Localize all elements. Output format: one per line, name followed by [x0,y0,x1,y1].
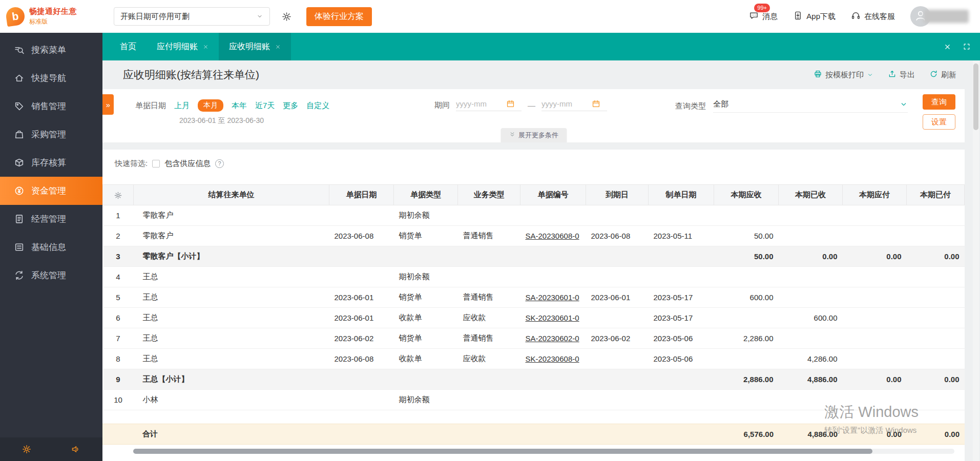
column-settings-icon[interactable] [114,191,122,200]
sidebar-item-base[interactable]: 基础信息 [0,233,102,261]
sidebar-item-funds[interactable]: 资金管理 [0,177,102,205]
table-row[interactable]: 5王总2023-06-01销货单普通销售SA-20230601-02023-06… [103,287,965,308]
doc-no-link[interactable]: SA-20230601-0 [526,293,579,302]
search-button[interactable]: 查询 [923,94,955,110]
sidebar-item-search[interactable]: 搜索菜单 [0,36,102,64]
tab-close-icon[interactable] [275,44,281,50]
sidebar-item-label: 资金管理 [31,185,66,197]
horizontal-scrollbar[interactable] [133,449,954,454]
received-cell: 4,286.00 [779,349,843,369]
table-row[interactable]: 6王总2023-06-01收款单应收款SK-20230601-02023-05-… [103,308,965,328]
settings-button[interactable]: 设置 [923,114,955,130]
tab-首页[interactable]: 首页 [110,33,147,60]
doc_type-cell [394,246,458,267]
column-header[interactable]: 到期日 [586,185,649,205]
column-header[interactable]: 本期已收 [779,185,843,205]
tab-close-icon[interactable] [203,44,208,50]
doc-no-link[interactable]: SA-20230608-0 [526,232,579,240]
date-option-本年[interactable]: 本年 [232,101,247,111]
column-header[interactable]: 单据日期 [329,185,394,205]
column-header[interactable]: 单据编号 [520,185,586,205]
column-header[interactable]: 本期应收 [714,185,779,205]
unit-cell: 王总 [134,287,329,308]
period-from-input[interactable] [456,99,503,108]
table-row[interactable]: 10小林期初余额 [103,390,965,410]
date-option-自定义[interactable]: 自定义 [306,101,329,111]
sidebar-footer [0,437,102,461]
sidebar-item-purchase[interactable]: 采购管理 [0,120,102,149]
tab-label: 应收明细账 [229,41,270,52]
help-icon[interactable]: ? [215,159,224,168]
doc-no-cell: SA-20230608-0 [520,226,586,246]
doc_type-cell: 销货单 [394,328,458,349]
print-by-template-button[interactable]: 按模板打印 [814,70,873,80]
sidebar-item-inventory[interactable]: 库存核算 [0,149,102,177]
column-header[interactable]: 单据类型 [394,185,458,205]
vertical-scrollbar[interactable] [973,60,979,461]
calendar-icon[interactable] [592,99,600,108]
doc_date-cell: 2023-06-02 [329,328,394,349]
fullscreen-icon[interactable] [963,43,971,51]
total-empty [102,424,133,445]
table-row[interactable]: 9王总【小计】2,886.004,886.000.000.00 [103,369,965,390]
date-option-本月[interactable]: 本月 [198,99,223,112]
date-option-近7天[interactable]: 近7天 [255,101,275,111]
received-cell: 0.00 [779,246,843,267]
brand-area[interactable]: b 畅捷通好生意 标准版 [0,0,102,33]
biz_type-cell: 应收款 [458,308,520,328]
table-row[interactable]: 2零散客户2023-06-08销货单普通销售SA-20230608-02023-… [103,226,965,246]
expand-more-button[interactable]: 展开更多条件 [501,128,567,142]
unit-cell: 王总【小计】 [134,369,329,390]
close-icon[interactable] [944,43,951,51]
table-row[interactable]: 7王总2023-06-02销货单普通销售SA-20230602-02023-06… [103,328,965,349]
footer-gear-icon[interactable] [22,444,32,454]
sidebar-item-business[interactable]: 经营管理 [0,205,102,233]
doc-no-link[interactable]: SA-20230602-0 [526,334,579,343]
table-row[interactable]: 4王总期初余额 [103,267,965,287]
receivable-cell: 50.00 [714,226,779,246]
sidebar-item-system[interactable]: 系统管理 [0,261,102,289]
announcement-speaker-icon[interactable] [71,444,81,454]
collapse-filter-button[interactable]: » [102,94,114,115]
trial-solution-button[interactable]: 体验行业方案 [306,7,372,26]
horizontal-scrollbar-thumb[interactable] [133,449,872,454]
date-option-上月[interactable]: 上月 [174,101,190,111]
calendar-icon[interactable] [506,99,515,108]
doc-no-link[interactable]: SK-20230608-0 [526,354,579,363]
unit-cell: 王总 [134,328,329,349]
sidebar-item-sales[interactable]: 销售管理 [0,92,102,120]
online-service-button[interactable]: 在线客服 [851,11,895,22]
include-supplier-checkbox[interactable] [152,160,160,167]
account-period-select[interactable]: 开账日期可停用可删 [114,7,270,26]
received-cell: 4,886.00 [779,369,843,390]
sidebar-item-home[interactable]: 快捷导航 [0,64,102,92]
column-header[interactable]: 制单日期 [649,185,714,205]
filter-buttons: 查询 设置 [923,94,955,130]
refresh-button[interactable]: 刷新 [929,70,956,80]
biz_type-cell [458,205,520,226]
doc-no-link[interactable]: SK-20230601-0 [526,313,579,322]
messages-button[interactable]: 99+ 消息 [749,11,778,22]
table-row[interactable]: 8王总2023-06-08收款单应收款SK-20230608-02023-05-… [103,349,965,369]
tab-应付明细账[interactable]: 应付明细账 [147,33,219,60]
table-row[interactable]: 3零散客户【小计】50.000.000.000.00 [103,246,965,267]
create_date-cell: 2023-05-11 [649,226,714,246]
column-header[interactable]: 本期应付 [843,185,907,205]
tab-应收明细账[interactable]: 应收明细账 [219,33,291,60]
query-type-select[interactable]: 全部 [713,99,908,113]
business-icon [13,214,25,225]
brand-text: 畅捷通好生意 标准版 [29,7,77,26]
received-cell: 600.00 [779,308,843,328]
period-to-input[interactable] [541,99,589,108]
online-service-label: 在线客服 [864,12,895,22]
column-header[interactable]: 业务类型 [458,185,520,205]
column-header[interactable]: 本期已付 [907,185,965,205]
table-row[interactable]: 1零散客户期初余额 [103,205,965,226]
export-button[interactable]: 导出 [888,70,915,80]
vertical-scrollbar-thumb[interactable] [973,64,978,130]
gear-icon[interactable] [281,11,292,22]
date-option-更多[interactable]: 更多 [283,101,298,111]
app-download-button[interactable]: App下载 [793,11,836,22]
page-title: 应收明细账(按结算往来单位) [123,68,259,82]
column-header[interactable]: 结算往来单位 [134,185,329,205]
